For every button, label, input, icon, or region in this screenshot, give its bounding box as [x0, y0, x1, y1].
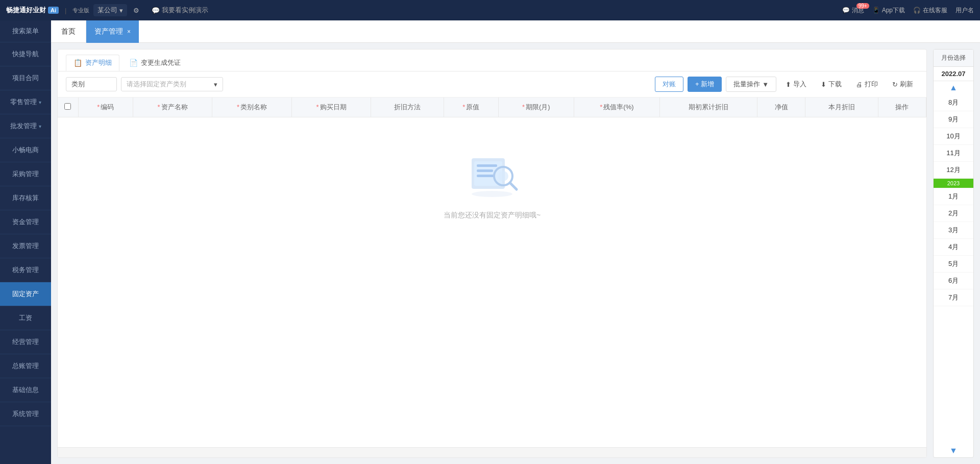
sidebar-item-inventory[interactable]: 库存核算 [0, 186, 51, 210]
month-nav-down[interactable]: ▼ [934, 444, 973, 457]
th-monthly-depreciation: 本月折旧 [805, 97, 878, 117]
th-operation: 操作 [878, 97, 926, 117]
month-item-2[interactable]: 2月 [934, 205, 973, 222]
sidebar-item-basic[interactable]: 基础信息 [0, 378, 51, 402]
month-item-1[interactable]: 1月 [934, 188, 973, 205]
svg-rect-3 [477, 164, 497, 167]
sidebar-item-finance[interactable]: 资金管理 [0, 210, 51, 234]
month-item-12[interactable]: 12月 [934, 162, 973, 179]
month-item-4[interactable]: 4月 [934, 239, 973, 256]
th-accumulated-depreciation: 期初累计折旧 [660, 97, 757, 117]
empty-state: 当前您还没有固定资产明细哦~ [58, 117, 926, 251]
download-icon: ⬇ [821, 81, 826, 88]
sidebar-item-purchase[interactable]: 采购管理 [0, 162, 51, 186]
wholesale-arrow-icon: ▾ [39, 124, 41, 129]
tab-home[interactable]: 首页 [51, 20, 86, 43]
top-bar-right: 💬 消息 99+ 📱 App下载 🎧 在线客服 用户名 [842, 6, 974, 15]
month-item-3[interactable]: 3月 [934, 222, 973, 239]
download-button[interactable]: ⬇ 下载 [816, 77, 847, 91]
selector-arrow: ▾ [119, 7, 123, 14]
batch-arrow-icon: ▼ [762, 81, 769, 88]
sidebar-item-fixed-assets[interactable]: 固定资产 [0, 282, 51, 306]
refresh-button[interactable]: ↻ 刷新 [887, 77, 918, 91]
sidebar-item-search[interactable]: 搜索菜单 [0, 20, 51, 42]
category-filter[interactable]: 类别 [66, 77, 117, 91]
select-all-checkbox[interactable] [64, 103, 71, 110]
empty-icon [461, 148, 523, 201]
print-button[interactable]: 🖨 打印 [851, 77, 883, 91]
th-depreciation-method: 折旧方法 [371, 97, 444, 117]
sidebar-item-ecommerce[interactable]: 小畅电商 [0, 138, 51, 162]
sub-tab-change-voucher[interactable]: 📄 变更生成凭证 [121, 55, 188, 71]
sidebar-item-quicknav[interactable]: 快捷导航 [0, 42, 51, 66]
sub-tab-asset-detail[interactable]: 📋 资产明细 [66, 55, 119, 71]
top-bar-left: 畅捷通好业财 Ai | 专业版 某公司 ▾ ⚙ 💬 我要看实例演示 [6, 4, 842, 16]
sidebar-item-wholesale[interactable]: 批发管理 ▾ [0, 114, 51, 138]
month-item-9[interactable]: 9月 [934, 111, 973, 128]
import-button[interactable]: ⬆ 导入 [780, 77, 812, 91]
sidebar-item-retail[interactable]: 零售管理 ▾ [0, 90, 51, 114]
th-checkbox [58, 97, 78, 117]
batch-button[interactable]: 批量操作 ▼ [726, 77, 776, 92]
svg-point-8 [498, 171, 508, 181]
change-voucher-icon: 📄 [129, 59, 138, 67]
content-area: 首页 资产管理 × 📋 资产明细 📄 变更生成凭证 [51, 20, 980, 464]
app-download-button[interactable]: 📱 App下载 [872, 6, 905, 15]
month-nav-down-button[interactable]: ▼ [949, 446, 958, 455]
duizhang-button[interactable]: 对账 [655, 77, 683, 92]
sidebar-item-system[interactable]: 系统管理 [0, 402, 51, 426]
month-nav-up[interactable]: ▲ [934, 81, 973, 94]
th-residual-rate: *残值率(%) [574, 97, 660, 117]
service-icon: 🎧 [913, 7, 921, 14]
settings-icon[interactable]: ⚙ [133, 7, 139, 14]
sidebar-item-project[interactable]: 项目合同 [0, 66, 51, 90]
month-item-8[interactable]: 8月 [934, 94, 973, 111]
asset-table-container: *编码 *资产名称 *类别名称 *购买日期 折旧方法 *原值 *期限(月) *残… [58, 97, 926, 447]
refresh-icon: ↻ [892, 81, 898, 88]
empty-text: 当前您还没有固定资产明细哦~ [444, 211, 541, 220]
bottom-scroll-bar [58, 447, 926, 457]
month-item-6[interactable]: 6月 [934, 273, 973, 289]
tab-asset-management[interactable]: 资产管理 × [86, 20, 139, 43]
th-purchase-date: *购买日期 [291, 97, 371, 117]
sidebar-item-ledger[interactable]: 总账管理 [0, 354, 51, 378]
company-selector[interactable]: 某公司 ▾ [93, 4, 127, 16]
sidebar-item-invoice[interactable]: 发票管理 [0, 234, 51, 258]
retail-arrow-icon: ▾ [39, 100, 41, 105]
month-item-10[interactable]: 10月 [934, 128, 973, 145]
online-service-button[interactable]: 🎧 在线客服 [913, 6, 947, 15]
user-profile[interactable]: 用户名 [955, 6, 974, 15]
th-net-value: 净值 [757, 97, 805, 117]
search-label: 搜索菜单 [12, 27, 39, 35]
sidebar-item-management[interactable]: 经营管理 [0, 330, 51, 354]
import-icon: ⬆ [786, 81, 791, 88]
svg-rect-4 [477, 169, 493, 172]
month-item-5[interactable]: 5月 [934, 256, 973, 273]
month-nav-up-button[interactable]: ▲ [949, 83, 958, 92]
svg-point-0 [472, 191, 512, 197]
demo-link[interactable]: 💬 我要看实例演示 [152, 6, 208, 15]
message-icon: 💬 [842, 7, 850, 14]
category-select-arrow: ▾ [214, 81, 217, 88]
category-select[interactable]: 请选择固定资产类别 ▾ [121, 77, 223, 91]
company-name: 某公司 [97, 6, 117, 15]
add-button[interactable]: + 新增 [688, 77, 722, 92]
message-button[interactable]: 💬 消息 99+ [842, 6, 864, 15]
brand-name: 畅捷通好业财 [6, 6, 46, 15]
demo-icon: 💬 [152, 7, 160, 14]
brand: 畅捷通好业财 Ai [6, 6, 59, 15]
sidebar-item-tax[interactable]: 税务管理 [0, 258, 51, 282]
toolbar: 类别 请选择固定资产类别 ▾ 对账 + 新增 批量操作 [58, 71, 926, 97]
month-panel: 月份选择 2022.07 ▲ 8月 9月 10月 11月 12月 2023 1月… [933, 49, 974, 458]
tab-close-button[interactable]: × [127, 28, 131, 35]
asset-detail-icon: 📋 [74, 59, 82, 67]
th-period-months: *期限(月) [499, 97, 574, 117]
month-item-7[interactable]: 7月 [934, 289, 973, 306]
ai-badge: Ai [48, 7, 59, 14]
current-year-month: 2022.07 [934, 67, 973, 81]
sidebar-item-payroll[interactable]: 工资 [0, 306, 51, 330]
month-item-11[interactable]: 11月 [934, 145, 973, 162]
toolbar-left: 类别 请选择固定资产类别 ▾ [66, 77, 223, 91]
svg-line-7 [510, 183, 517, 189]
sidebar: 搜索菜单 快捷导航 项目合同 零售管理 ▾ 批发管理 ▾ 小畅电商 采购管理 库… [0, 20, 51, 464]
